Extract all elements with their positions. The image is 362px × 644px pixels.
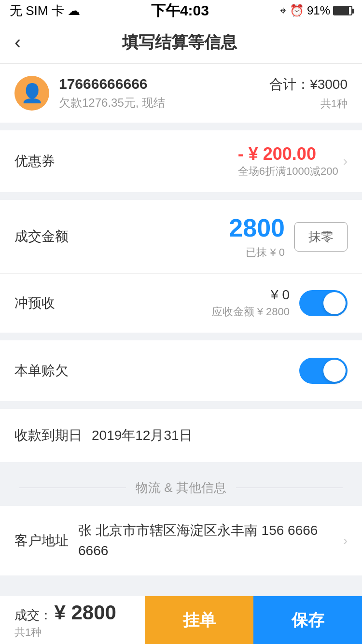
back-button[interactable]: ‹ (14, 31, 21, 53)
location-icon: ⌖ (280, 4, 287, 17)
customer-phone: 17666666666 (59, 76, 269, 92)
sim-text: 无 SIM 卡 ☁ (10, 2, 80, 19)
customer-info: 17666666666 欠款1276.35元, 现结 (59, 76, 269, 111)
prepay-sub: 应收金额 ¥ 2800 (212, 305, 290, 319)
duedate-value: 2019年12月31日 (92, 426, 193, 445)
status-time: 下午4:03 (151, 1, 209, 21)
round-button[interactable]: 抹零 (294, 222, 348, 252)
footer-deal-row: 成交： ¥ 2800 (14, 601, 130, 624)
coupon-label: 优惠券 (14, 152, 55, 170)
debt-toggle-thumb (323, 360, 346, 382)
debt-toggle[interactable] (299, 358, 348, 384)
divider-line-left (19, 488, 126, 488)
customer-sub: 欠款1276.35元, 现结 (59, 95, 269, 111)
coupon-row[interactable]: 优惠券 - ¥ 200.00 全场6折满1000减200 › (0, 130, 362, 192)
debt-label: 本单赊欠 (14, 362, 69, 380)
total-sub: 共1种 (269, 97, 348, 111)
customer-total: 合计：¥3000 共1种 (269, 75, 348, 111)
address-row[interactable]: 客户地址 张 北京市市辖区海淀区永丰南 156 6666 6666 › (0, 506, 362, 575)
status-left: 无 SIM 卡 ☁ (10, 2, 80, 19)
address-section: 客户地址 张 北京市市辖区海淀区永丰南 156 6666 6666 › (0, 506, 362, 575)
hang-button[interactable]: 挂单 (145, 596, 253, 644)
deal-label: 成交金额 (14, 227, 69, 246)
deal-section: 成交金额 2800 已抹 ¥ 0 抹零 冲预收 ¥ 0 应收金额 ¥ 2800 (0, 200, 362, 333)
footer-deal-label: 成交： (14, 608, 52, 622)
debt-section: 本单赊欠 (0, 340, 362, 401)
prepay-right: ¥ 0 应收金额 ¥ 2800 (212, 287, 348, 319)
customer-section: 👤 17666666666 欠款1276.35元, 现结 合计：¥3000 共1… (0, 64, 362, 123)
nav-bar: ‹ 填写结算等信息 (0, 21, 362, 64)
deal-row: 成交金额 2800 已抹 ¥ 0 抹零 (0, 200, 362, 273)
address-chevron-icon: › (343, 533, 348, 548)
duedate-label: 收款到期日 (14, 426, 82, 445)
footer: 成交： ¥ 2800 共1种 挂单 保存 (0, 596, 362, 644)
footer-amount: ¥ 2800 (54, 601, 116, 624)
footer-sub: 共1种 (14, 625, 130, 640)
page-title: 填写结算等信息 (30, 31, 328, 54)
prepay-toggle[interactable] (299, 290, 348, 316)
debt-row: 本单赊欠 (0, 340, 362, 401)
address-value: 张 北京市市辖区海淀区永丰南 156 6666 6666 (78, 520, 343, 561)
footer-info: 成交： ¥ 2800 共1种 (0, 601, 145, 640)
prepay-label: 冲预收 (14, 294, 55, 312)
toggle-thumb (323, 292, 346, 314)
divider-text: 物流 & 其他信息 (136, 479, 226, 496)
battery-icon (333, 6, 352, 15)
coupon-chevron-icon: › (343, 154, 348, 169)
alarm-icon: ⏰ (290, 4, 304, 17)
coupon-right: - ¥ 200.00 全场6折满1000减200 › (238, 144, 348, 179)
customer-row: 👤 17666666666 欠款1276.35元, 现结 合计：¥3000 共1… (0, 64, 362, 123)
battery-text: 91% (307, 4, 330, 17)
avatar-icon: 👤 (21, 83, 43, 104)
total-amount: 合计：¥3000 (269, 75, 348, 94)
coupon-desc: 全场6折满1000减200 (238, 164, 338, 179)
divider-section: 物流 & 其他信息 (0, 470, 362, 506)
duedate-row: 收款到期日 2019年12月31日 (0, 409, 362, 462)
status-right: ⌖ ⏰ 91% (280, 4, 352, 17)
deal-right: 2800 已抹 ¥ 0 抹零 (229, 213, 348, 260)
prepay-row: 冲预收 ¥ 0 应收金额 ¥ 2800 (0, 273, 362, 333)
status-bar: 无 SIM 卡 ☁ 下午4:03 ⌖ ⏰ 91% (0, 0, 362, 21)
save-button[interactable]: 保存 (253, 596, 362, 644)
deal-amount: 2800 (229, 213, 285, 242)
coupon-section: 优惠券 - ¥ 200.00 全场6折满1000减200 › (0, 130, 362, 192)
divider-line-right (236, 488, 343, 488)
duedate-section: 收款到期日 2019年12月31日 (0, 409, 362, 462)
coupon-amount: - ¥ 200.00 (238, 144, 338, 164)
deal-sub: 已抹 ¥ 0 (229, 245, 285, 260)
prepay-values: ¥ 0 应收金额 ¥ 2800 (212, 287, 290, 319)
prepay-amount: ¥ 0 (212, 287, 290, 303)
avatar: 👤 (14, 76, 49, 111)
address-label: 客户地址 (14, 532, 69, 550)
